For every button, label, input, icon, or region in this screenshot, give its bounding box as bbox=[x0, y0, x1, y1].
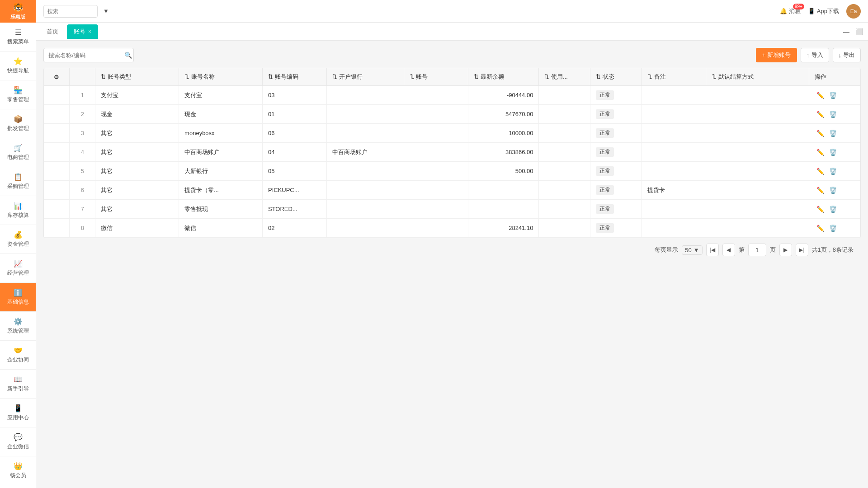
edit-button-2[interactable]: ✏️ bbox=[815, 129, 826, 138]
col-type[interactable]: ⇅ 账号类型 bbox=[95, 68, 179, 86]
new-guide-icon: 📖 bbox=[2, 375, 34, 384]
cell-bank-5 bbox=[327, 181, 404, 200]
col-name[interactable]: ⇅ 账号名称 bbox=[179, 68, 263, 86]
app-download-label: App下载 bbox=[817, 7, 839, 15]
edit-button-7[interactable]: ✏️ bbox=[815, 224, 826, 233]
messages-button[interactable]: 🔔 消息 99+ bbox=[780, 7, 801, 15]
col-default[interactable]: ⇅ 默认结算方式 bbox=[706, 68, 809, 86]
add-account-button[interactable]: + 新增账号 bbox=[756, 48, 797, 62]
sidebar-item-basic-info[interactable]: ℹ️ 基础信息 bbox=[0, 283, 36, 312]
sidebar-item-new-guide[interactable]: 📖 新手引导 bbox=[0, 370, 36, 399]
cell-type-5: 其它 bbox=[95, 181, 179, 200]
user-avatar[interactable]: Ea bbox=[846, 4, 861, 19]
purchase-icon: 📋 bbox=[2, 173, 34, 181]
col-bank[interactable]: ⇅ 开户银行 bbox=[327, 68, 404, 86]
per-page-value: 50 bbox=[685, 247, 691, 253]
inventory-icon: 📊 bbox=[2, 202, 34, 210]
sidebar-item-wholesale[interactable]: 📦 批发管理 bbox=[0, 109, 36, 138]
col-settings[interactable]: ⚙ bbox=[44, 68, 70, 86]
tab-home[interactable]: 首页 bbox=[40, 24, 65, 39]
sidebar-item-operations[interactable]: 📈 经营管理 bbox=[0, 254, 36, 283]
cell-remark-1 bbox=[642, 105, 706, 124]
col-code[interactable]: ⇅ 账号编码 bbox=[262, 68, 326, 86]
edit-button-1[interactable]: ✏️ bbox=[815, 110, 826, 119]
sidebar-label-search-menu: 搜索菜单 bbox=[7, 38, 29, 45]
cell-bank-3: 中百商场账户 bbox=[327, 143, 404, 162]
search-input[interactable] bbox=[48, 52, 124, 59]
edit-button-0[interactable]: ✏️ bbox=[815, 91, 826, 100]
delete-button-2[interactable]: 🗑️ bbox=[827, 129, 839, 138]
cell-balance-4: 500.00 bbox=[468, 162, 539, 181]
tab-maximize-button[interactable]: ⬜ bbox=[854, 26, 864, 37]
accounts-table: ⚙ ⇅ 账号类型 ⇅ 账号名称 ⇅ 账号编码 bbox=[44, 68, 860, 238]
sidebar-item-ecommerce[interactable]: 🛒 电商管理 bbox=[0, 138, 36, 167]
header-dropdown[interactable]: ▼ bbox=[103, 8, 109, 14]
cell-action-5: ✏️ 🗑️ bbox=[809, 181, 860, 200]
col-remark[interactable]: ⇅ 备注 bbox=[642, 68, 706, 86]
per-page-select[interactable]: 50 ▼ bbox=[682, 245, 702, 255]
col-status[interactable]: ⇅ 状态 bbox=[590, 68, 642, 86]
page-last-button[interactable]: ▶| bbox=[796, 244, 808, 256]
sidebar-item-inventory[interactable]: 📊 库存核算 bbox=[0, 196, 36, 225]
col-use[interactable]: ⇅ 使用... bbox=[539, 68, 590, 86]
cell-type-6: 其它 bbox=[95, 200, 179, 219]
sidebar-item-quick-nav[interactable]: ⭐ 快捷导航 bbox=[0, 52, 36, 80]
export-button[interactable]: ↓ 导出 bbox=[833, 48, 861, 62]
sidebar-item-app-center[interactable]: 📱 应用中心 bbox=[0, 399, 36, 427]
tab-accounts[interactable]: 账号 × bbox=[67, 24, 98, 39]
page-prefix: 第 bbox=[739, 246, 745, 254]
edit-button-5[interactable]: ✏️ bbox=[815, 186, 826, 195]
col-account[interactable]: ⇅ 账号 bbox=[404, 68, 468, 86]
logo-icon: 🐯 bbox=[13, 3, 23, 13]
sidebar-item-search-menu[interactable]: ☰ 搜索菜单 bbox=[0, 23, 36, 52]
delete-button-3[interactable]: 🗑️ bbox=[827, 148, 839, 157]
edit-button-3[interactable]: ✏️ bbox=[815, 148, 826, 157]
sidebar-item-retail[interactable]: 🏪 零售管理 bbox=[0, 80, 36, 109]
delete-button-7[interactable]: 🗑️ bbox=[827, 224, 839, 233]
delete-button-1[interactable]: 🗑️ bbox=[827, 110, 839, 119]
sidebar-item-capital[interactable]: 💰 资金管理 bbox=[0, 225, 36, 254]
dropdown-arrow-icon: ▼ bbox=[103, 8, 109, 14]
tab-accounts-close[interactable]: × bbox=[88, 28, 91, 35]
sidebar-item-sys-mgmt[interactable]: ⚙️ 系统管理 bbox=[0, 312, 36, 341]
page-number-input[interactable] bbox=[748, 244, 766, 256]
import-button[interactable]: ↑ 导入 bbox=[801, 48, 829, 62]
cell-settings-3 bbox=[44, 143, 70, 162]
delete-button-6[interactable]: 🗑️ bbox=[827, 205, 839, 214]
cell-remark-0 bbox=[642, 86, 706, 105]
sidebar-item-enterprise[interactable]: 🤝 企业协同 bbox=[0, 341, 36, 370]
cell-default-0 bbox=[706, 86, 809, 105]
cell-use-2 bbox=[539, 124, 590, 143]
col-balance[interactable]: ⇅ 最新余额 bbox=[468, 68, 539, 86]
tab-minimize-button[interactable]: — bbox=[841, 26, 852, 37]
app-download-button[interactable]: 📱 App下载 bbox=[808, 7, 839, 15]
cell-status-0: 正常 bbox=[590, 86, 642, 105]
top-search-input[interactable] bbox=[43, 5, 98, 18]
sidebar-item-purchase[interactable]: 📋 采购管理 bbox=[0, 167, 36, 196]
sidebar-item-vip[interactable]: 👑 畅会员 bbox=[0, 456, 36, 485]
delete-button-4[interactable]: 🗑️ bbox=[827, 167, 839, 176]
table-row: 4 其它 中百商场账户 04 中百商场账户 383866.00 正常 ✏️ 🗑️ bbox=[44, 143, 860, 162]
delete-button-5[interactable]: 🗑️ bbox=[827, 186, 839, 195]
cell-default-5 bbox=[706, 181, 809, 200]
cell-status-1: 正常 bbox=[590, 105, 642, 124]
edit-button-6[interactable]: ✏️ bbox=[815, 205, 826, 214]
sidebar-label-inventory: 库存核算 bbox=[7, 212, 29, 218]
cell-default-1 bbox=[706, 105, 809, 124]
cell-remark-4 bbox=[642, 162, 706, 181]
sidebar-label-capital: 资金管理 bbox=[7, 241, 29, 247]
cell-balance-2: 10000.00 bbox=[468, 124, 539, 143]
table-row: 7 其它 零售抵现 STORED... 正常 ✏️ 🗑️ bbox=[44, 200, 860, 219]
cell-bank-6 bbox=[327, 200, 404, 219]
sidebar-item-enterprise-wechat[interactable]: 💬 企业微信 bbox=[0, 427, 36, 456]
cell-settings-1 bbox=[44, 105, 70, 124]
app-center-icon: 📱 bbox=[2, 404, 34, 413]
tab-bar: 首页 账号 × — ⬜ bbox=[36, 23, 868, 41]
page-next-button[interactable]: ▶ bbox=[779, 244, 792, 256]
cell-num-7: 8 bbox=[70, 219, 95, 238]
cell-type-2: 其它 bbox=[95, 124, 179, 143]
edit-button-4[interactable]: ✏️ bbox=[815, 167, 826, 176]
page-prev-button[interactable]: ◀ bbox=[722, 244, 735, 256]
page-first-button[interactable]: |◀ bbox=[706, 244, 719, 256]
delete-button-0[interactable]: 🗑️ bbox=[827, 91, 839, 100]
